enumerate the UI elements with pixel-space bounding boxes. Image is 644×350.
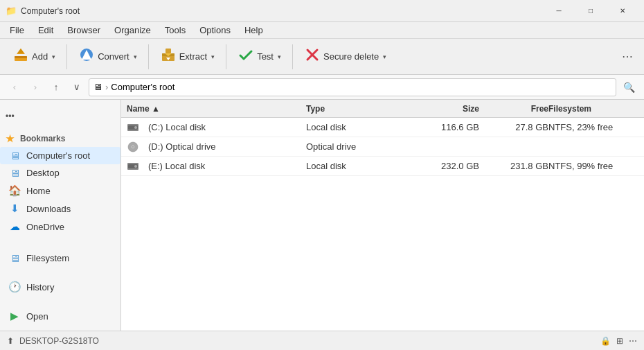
main-area: ••• ★ Bookmarks 🖥 Computer's root 🖥 Desk… — [0, 100, 644, 331]
add-button[interactable]: Add ▾ — [6, 43, 62, 71]
svg-point-21 — [134, 165, 137, 168]
computers-root-icon: 🖥 — [8, 150, 21, 161]
sidebar-item-downloads[interactable]: ⬇ Downloads — [0, 200, 120, 218]
minimize-button[interactable]: ─ — [543, 0, 575, 22]
toolbar: Add ▾ Convert ▾ Extract ▾ — [0, 39, 644, 75]
desktop-label: Desktop — [26, 168, 60, 178]
sidebar-item-history[interactable]: 🕐 History — [0, 278, 120, 296]
history-label: History — [26, 282, 54, 292]
menu-help[interactable]: Help — [238, 24, 270, 37]
window-title: Computer's root — [21, 6, 543, 16]
col-header-type[interactable]: Type — [306, 104, 410, 114]
sidebar-item-onedrive[interactable]: ☁ OneDrive — [0, 218, 120, 236]
convert-label: Convert — [98, 51, 129, 62]
sidebar-item-open[interactable]: ▶ Open — [0, 307, 120, 325]
title-bar: 📁 Computer's root ─ □ ✕ — [0, 0, 644, 22]
forward-button[interactable]: › — [26, 78, 44, 96]
menu-edit[interactable]: Edit — [31, 24, 60, 37]
row-type: Local disk — [306, 161, 410, 171]
toolbar-sep-1 — [66, 44, 67, 69]
computers-root-label: Computer's root — [26, 150, 90, 161]
filesystem-label: Filesystem — [26, 253, 69, 263]
search-button[interactable]: 🔍 — [619, 78, 638, 97]
row-filesystem: NTFS, 99% free — [548, 161, 638, 171]
sidebar-more-icon: ••• — [6, 111, 15, 121]
add-label: Add — [32, 51, 48, 62]
row-size: 232.0 GB — [410, 161, 479, 171]
window-controls: ─ □ ✕ — [543, 0, 638, 22]
address-bar: ‹ › ↑ ∨ 🖥 › Computer's root 🔍 — [0, 75, 644, 100]
svg-point-18 — [132, 146, 134, 148]
add-arrow: ▾ — [52, 53, 55, 60]
col-header-name[interactable]: Name ▲ — [127, 104, 306, 114]
disk-e-icon — [127, 159, 143, 173]
status-bar: ⬆ DESKTOP-G2S18TO 🔒 ⊞ ⋯ — [0, 331, 644, 350]
row-name: (C:) Local disk — [127, 121, 306, 134]
up-button[interactable]: ↑ — [47, 78, 65, 96]
disk-d-icon — [127, 140, 143, 153]
back-button[interactable]: ‹ — [6, 78, 24, 96]
breadcrumb-path[interactable]: Computer's root — [111, 82, 175, 92]
onedrive-icon: ☁ — [8, 220, 21, 233]
col-header-free[interactable]: Free — [479, 104, 548, 114]
bookmarks-section: ★ Bookmarks 🖥 Computer's root 🖥 Desktop … — [0, 128, 120, 238]
convert-icon — [78, 46, 95, 67]
app-icon: 📁 — [6, 6, 17, 17]
extract-label: Extract — [179, 51, 207, 62]
menu-file[interactable]: File — [3, 24, 31, 37]
col-header-filesystem[interactable]: Filesystem — [548, 104, 638, 114]
maximize-button[interactable]: □ — [575, 0, 607, 22]
status-right-icons: 🔒 ⊞ ⋯ — [600, 336, 637, 346]
home-icon: 🏠 — [8, 184, 21, 197]
close-button[interactable]: ✕ — [607, 0, 638, 22]
breadcrumb: 🖥 › Computer's root — [89, 78, 616, 96]
status-label: DESKTOP-G2S18TO — [19, 336, 99, 346]
row-free: 231.8 GB — [479, 161, 548, 171]
menu-tools[interactable]: Tools — [158, 24, 193, 37]
test-label: Test — [257, 51, 274, 62]
extract-icon — [160, 46, 177, 67]
row-name: (E:) Local disk — [127, 159, 306, 173]
table-row[interactable]: (D:) Optical drive Optical drive — [121, 137, 644, 157]
toolbar-sep-2 — [148, 44, 149, 69]
secure-delete-arrow: ▾ — [383, 53, 386, 60]
sidebar-item-computers-root[interactable]: 🖥 Computer's root — [0, 147, 120, 164]
menu-options[interactable]: Options — [193, 24, 238, 37]
col-header-size[interactable]: Size — [410, 104, 479, 114]
row-type: Optical drive — [306, 141, 410, 152]
menu-browser[interactable]: Browser — [60, 24, 107, 37]
svg-point-15 — [134, 126, 137, 129]
row-filesystem: NTFS, 23% free — [548, 122, 638, 132]
row-free: 27.8 GB — [479, 122, 548, 132]
file-list-header: Name ▲ Type Size Free Filesystem — [121, 100, 644, 118]
table-row[interactable]: (E:) Local disk Local disk 232.0 GB 231.… — [121, 157, 644, 176]
secure-delete-button[interactable]: Secure delete ▾ — [297, 43, 393, 71]
toolbar-sep-4 — [292, 44, 293, 69]
menu-organize[interactable]: Organize — [107, 24, 158, 37]
convert-button[interactable]: Convert ▾ — [71, 43, 144, 71]
sidebar-more[interactable]: ••• — [0, 108, 120, 123]
extract-button[interactable]: Extract ▾ — [153, 43, 222, 71]
test-button[interactable]: Test ▾ — [231, 43, 288, 71]
sidebar-item-home[interactable]: 🏠 Home — [0, 182, 120, 200]
table-row[interactable]: (C:) Local disk Local disk 116.6 GB 27.8… — [121, 118, 644, 137]
filesystem-icon: 🖥 — [8, 252, 21, 264]
secure-delete-label: Secure delete — [323, 51, 379, 62]
desktop-icon: 🖥 — [8, 167, 21, 179]
home-label: Home — [26, 186, 51, 196]
bookmarks-header[interactable]: ★ Bookmarks — [0, 130, 120, 147]
history-icon: 🕐 — [8, 281, 21, 293]
sidebar-top-section: ••• — [0, 105, 120, 126]
downloads-label: Downloads — [26, 204, 71, 214]
sidebar-item-desktop[interactable]: 🖥 Desktop — [0, 164, 120, 182]
path-dropdown-button[interactable]: ∨ — [68, 78, 86, 96]
sidebar-item-filesystem[interactable]: 🖥 Filesystem — [0, 250, 120, 267]
svg-rect-9 — [166, 49, 171, 53]
toolbar-sep-3 — [226, 44, 226, 69]
menu-bar: File Edit Browser Organize Tools Options… — [0, 22, 644, 39]
file-list: Name ▲ Type Size Free Filesystem (C:) Lo… — [121, 100, 644, 331]
status-more-icon[interactable]: ⋯ — [629, 336, 637, 346]
svg-rect-1 — [15, 56, 27, 58]
row-name: (D:) Optical drive — [127, 140, 306, 153]
toolbar-more-button[interactable]: ⋯ — [616, 47, 638, 66]
